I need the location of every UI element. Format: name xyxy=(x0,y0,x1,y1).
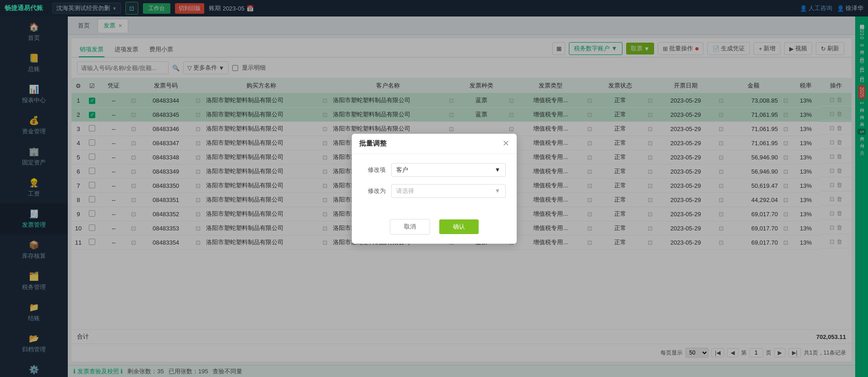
modal-title: 批量调整 xyxy=(359,139,387,148)
modal-footer: 取消 确认 xyxy=(352,214,517,244)
chevron-down-icon: ▼ xyxy=(495,187,501,194)
modify-value-label: 修改为 xyxy=(363,187,386,195)
modify-field-row: 修改项 客户 ▼ xyxy=(363,163,506,177)
chevron-down-icon: ▼ xyxy=(495,166,501,173)
batch-adjust-modal: 批量调整 ✕ 修改项 客户 ▼ 修改为 请选择 ▼ 取消 确认 xyxy=(352,134,517,244)
modal-overlay: 批量调整 ✕ 修改项 客户 ▼ 修改为 请选择 ▼ 取消 确认 xyxy=(0,0,868,377)
modify-field-select[interactable]: 客户 ▼ xyxy=(391,163,506,177)
modal-body: 修改项 客户 ▼ 修改为 请选择 ▼ xyxy=(352,154,517,214)
modify-value-select[interactable]: 请选择 ▼ xyxy=(391,184,506,198)
modal-header: 批量调整 ✕ xyxy=(352,134,517,154)
modify-value-row: 修改为 请选择 ▼ xyxy=(363,184,506,198)
modify-field-value: 客户 xyxy=(396,166,408,174)
modify-value-placeholder: 请选择 xyxy=(396,187,414,195)
modal-close-button[interactable]: ✕ xyxy=(502,139,509,148)
cancel-button[interactable]: 取消 xyxy=(390,219,430,235)
confirm-button[interactable]: 确认 xyxy=(439,219,479,234)
modify-field-label: 修改项 xyxy=(363,166,386,174)
